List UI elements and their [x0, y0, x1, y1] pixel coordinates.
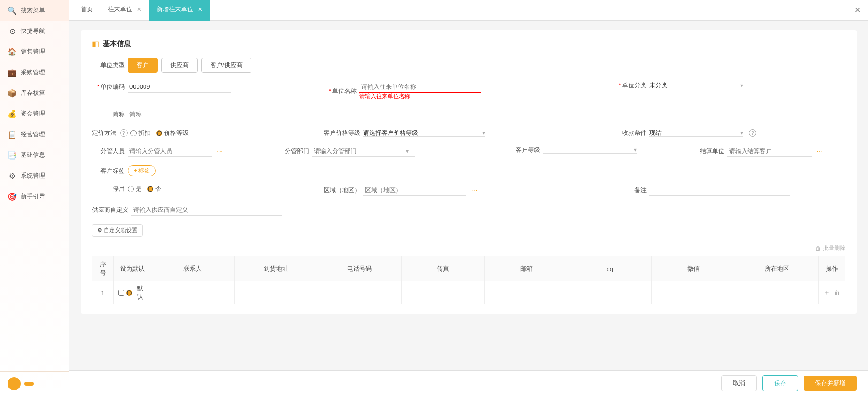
address-input[interactable] — [239, 287, 313, 298]
qq-input[interactable] — [573, 287, 647, 298]
tab-counterparty[interactable]: 往来单位 ✕ — [100, 0, 149, 21]
add-tag-btn[interactable]: + 标签 — [128, 165, 156, 176]
payment-terms-help-icon[interactable]: ? — [749, 129, 756, 137]
pricing-discount-radio[interactable] — [130, 130, 137, 136]
table-row: 1 默认 — [92, 281, 845, 304]
sidebar-item-finance[interactable]: 💰 资金管理 — [0, 103, 69, 124]
sidebar-item-system[interactable]: ⚙ 系统管理 — [0, 165, 69, 186]
custom-settings-row: ⚙ 自定义项设置 — [92, 224, 845, 237]
customer-price-level-select[interactable]: 请选择客户价格等级 — [363, 129, 482, 136]
table-toolbar: 🗑 批量删除 — [92, 244, 845, 252]
avatar — [8, 377, 21, 390]
window-close-button[interactable]: ✕ — [854, 6, 860, 15]
col-qq: qq — [568, 256, 652, 281]
disabled-no-label[interactable]: 否 — [147, 185, 161, 193]
payment-terms-select[interactable]: 现结 — [649, 129, 740, 136]
pricing-help-icon[interactable]: ? — [120, 129, 128, 137]
basic-icon: 📑 — [8, 150, 17, 160]
delete-row-btn[interactable]: 🗑 — [834, 289, 840, 296]
cell-default: 默认 — [114, 281, 151, 304]
short-name-label: 简称 — [92, 110, 125, 119]
unit-name-input-box: 请输入往来单位名称 — [359, 81, 614, 101]
region-input[interactable] — [363, 185, 466, 196]
disabled-no-radio[interactable] — [147, 186, 153, 192]
sidebar-item-sales[interactable]: 🏠 销售管理 — [0, 41, 69, 62]
tab-new-counterparty[interactable]: 新增往来单位 ✕ — [149, 0, 210, 21]
unit-type-both-btn[interactable]: 客户/供应商 — [201, 58, 251, 73]
unit-code-input[interactable] — [128, 81, 231, 93]
avatar-bar — [24, 382, 34, 386]
region-table-input[interactable] — [740, 287, 814, 298]
sidebar-item-inventory[interactable]: 📦 库存核算 — [0, 83, 69, 103]
cell-contact — [151, 281, 234, 304]
disabled-yes-label[interactable]: 是 — [128, 185, 142, 193]
supplier-custom-group: 供应商自定义 — [92, 204, 845, 216]
sidebar-label-quick-nav: 快捷导航 — [21, 27, 45, 35]
default-radio-label[interactable]: 默认 — [126, 284, 145, 301]
unit-category-select[interactable]: 未分类 — [649, 82, 740, 89]
sidebar-item-guide[interactable]: 🎯 新手引导 — [0, 186, 69, 207]
email-input[interactable] — [489, 287, 563, 298]
batch-delete-btn[interactable]: 🗑 批量删除 — [815, 244, 845, 252]
remark-input[interactable] — [649, 185, 790, 196]
pricing-level-radio[interactable] — [156, 130, 162, 136]
tab-new-counterparty-label: 新增往来单位 — [157, 5, 193, 14]
settlement-unit-more-btn[interactable]: ··· — [815, 147, 824, 155]
sidebar-item-search[interactable]: 🔍 搜索菜单 — [0, 0, 69, 21]
col-fax: 传真 — [401, 256, 485, 281]
tab-new-counterparty-close[interactable]: ✕ — [198, 6, 203, 13]
customer-level-select[interactable] — [543, 146, 634, 153]
tab-home[interactable]: 首页 — [73, 0, 100, 21]
tag-row: 客户标签 + 标签 — [92, 165, 845, 176]
add-row-btn[interactable]: ＋ — [823, 288, 830, 297]
customer-price-level-wrap: 请选择客户价格等级 ▾ — [363, 129, 485, 137]
cell-email — [485, 281, 568, 304]
short-name-input[interactable] — [128, 109, 231, 120]
cancel-button[interactable]: 取消 — [721, 375, 757, 391]
section-icon: ◧ — [92, 39, 99, 48]
sidebar-label-system: 系统管理 — [21, 171, 45, 180]
cell-wechat — [652, 281, 735, 304]
pricing-discount-radio-label[interactable]: 折扣 — [130, 129, 151, 137]
department-wrap: ▾ — [312, 146, 415, 157]
sidebar-item-quick-nav[interactable]: ⊙ 快捷导航 — [0, 21, 69, 41]
col-contact: 联系人 — [151, 256, 234, 281]
default-radio[interactable] — [126, 290, 132, 296]
disabled-radio-group: 是 否 — [128, 185, 161, 193]
tab-counterparty-close[interactable]: ✕ — [137, 6, 142, 13]
pricing-row: 定价方法 ? 折扣 价格等级 客户 — [92, 129, 845, 137]
sidebar-label-search: 搜索菜单 — [21, 6, 45, 15]
disabled-yes-radio[interactable] — [128, 186, 134, 192]
contact-input[interactable] — [156, 287, 229, 298]
custom-settings-btn[interactable]: ⚙ 自定义项设置 — [92, 224, 143, 237]
contact-table: 序号 设为默认 联系人 到货地址 电话号码 传真 邮箱 qq 微信 所在地区 操… — [92, 256, 845, 304]
region-group: 区域（地区） ··· — [324, 185, 614, 196]
supplier-custom-input[interactable] — [131, 204, 282, 216]
pricing-level-radio-label[interactable]: 价格等级 — [156, 129, 189, 137]
unit-name-input[interactable] — [359, 81, 481, 93]
unit-category-select-wrap: 未分类 ▾ — [649, 82, 743, 89]
unit-type-group: 单位类型 客户 供应商 客户/供应商 — [92, 58, 845, 73]
operations-icon: 📋 — [8, 130, 17, 139]
unit-category-label: *单位分类 — [614, 81, 647, 90]
sidebar-label-purchase: 采购管理 — [21, 68, 45, 77]
settlement-unit-input[interactable] — [727, 146, 812, 157]
save-button[interactable]: 保存 — [762, 375, 798, 391]
row-checkbox[interactable] — [118, 290, 124, 296]
sidebar-item-basic[interactable]: 📑 基础信息 — [0, 145, 69, 165]
phone-input[interactable] — [323, 287, 396, 298]
manager-input[interactable] — [128, 146, 212, 157]
region-more-btn[interactable]: ··· — [469, 186, 479, 194]
save-add-button[interactable]: 保存并新增 — [804, 376, 857, 391]
manager-more-btn[interactable]: ··· — [215, 147, 225, 155]
guide-icon: 🎯 — [8, 192, 17, 201]
cell-seq: 1 — [92, 281, 114, 304]
unit-type-customer-btn[interactable]: 客户 — [128, 58, 158, 73]
wechat-input[interactable] — [656, 287, 730, 298]
fax-input[interactable] — [406, 287, 480, 298]
sidebar-item-purchase[interactable]: 💼 采购管理 — [0, 62, 69, 83]
sidebar-item-operations[interactable]: 📋 经营管理 — [0, 124, 69, 145]
unit-code-group: *单位编码 — [92, 81, 324, 93]
department-input[interactable] — [312, 146, 406, 156]
unit-type-supplier-btn[interactable]: 供应商 — [161, 58, 198, 73]
